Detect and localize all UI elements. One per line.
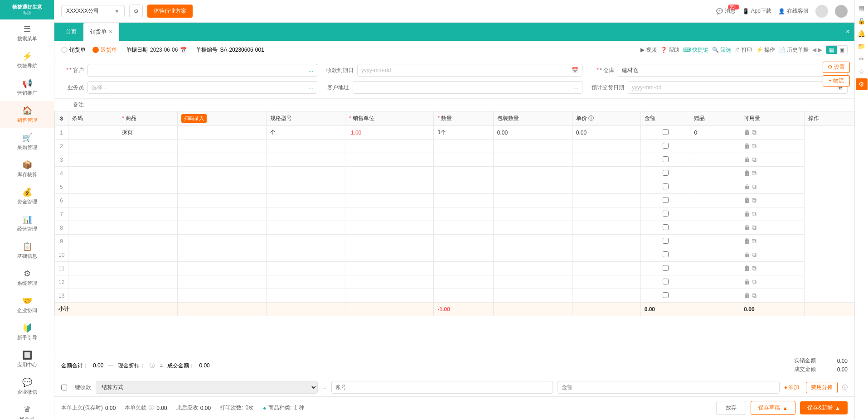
rs-btn-bell[interactable]: 🔔 — [856, 28, 868, 39]
copy-row-btn[interactable]: ⧉ — [752, 292, 756, 299]
copy-row-btn[interactable]: ⧉ — [752, 183, 756, 191]
nav-prev-icon[interactable]: ◀ — [812, 47, 816, 53]
sidebar-item-marketing[interactable]: 📢 营销推广 — [0, 74, 54, 101]
row-barcode[interactable] — [68, 167, 118, 180]
message-button[interactable]: 💬 消息 99+ — [716, 7, 736, 15]
row-price[interactable] — [493, 235, 572, 248]
video-btn[interactable]: ▶ 视频 — [640, 46, 657, 54]
gift-checkbox[interactable] — [663, 170, 669, 176]
tab-home[interactable]: 首页 — [59, 23, 83, 41]
sidebar-item-quicknav[interactable]: ⚡ 快捷导航 — [0, 47, 54, 74]
gift-checkbox[interactable] — [663, 211, 669, 217]
row-unit[interactable] — [266, 235, 345, 248]
row-product[interactable] — [118, 140, 178, 153]
row-qty[interactable] — [345, 153, 434, 167]
row-pkg[interactable] — [434, 221, 493, 235]
fee-split-button[interactable]: 费用分摊 — [806, 382, 838, 393]
doc-date-value[interactable]: 2023-06-06 — [150, 47, 178, 53]
row-qty[interactable] — [345, 180, 434, 194]
th-settings[interactable]: ⚙ — [55, 111, 68, 126]
row-pkg[interactable] — [434, 275, 493, 289]
row-price[interactable] — [493, 194, 572, 207]
copy-row-btn[interactable]: ⧉ — [752, 169, 756, 177]
sidebar-item-guide[interactable]: 🔰 新手引导 — [0, 318, 54, 346]
logistics-button[interactable]: + 物流 — [823, 75, 850, 87]
copy-row-btn[interactable]: ⧉ — [752, 156, 756, 164]
row-product[interactable] — [118, 180, 178, 194]
row-unit[interactable]: 个 — [266, 126, 345, 140]
gift-checkbox[interactable] — [663, 143, 669, 149]
row-price[interactable] — [493, 180, 572, 194]
delete-row-btn[interactable]: 🗑 — [744, 156, 750, 163]
rs-btn-lock[interactable]: 🔒 — [856, 15, 868, 27]
row-amount[interactable] — [572, 275, 640, 289]
trial-button[interactable]: 体验行业方案 — [147, 5, 193, 18]
row-qty[interactable]: -1.00 — [345, 126, 434, 140]
shortcut-btn[interactable]: ⌨ 快捷键 — [683, 46, 708, 54]
row-barcode[interactable] — [68, 207, 118, 221]
row-pkg[interactable] — [434, 248, 493, 262]
row-spec[interactable] — [178, 140, 266, 153]
user-avatar[interactable] — [815, 5, 828, 18]
row-price[interactable] — [493, 275, 572, 289]
row-pkg[interactable] — [434, 180, 493, 194]
row-product[interactable] — [118, 289, 178, 303]
return-type-radio[interactable]: 退货单 — [92, 46, 117, 54]
row-amount[interactable] — [572, 180, 640, 194]
row-unit[interactable] — [266, 275, 345, 289]
row-amount[interactable] — [572, 248, 640, 262]
settings-button[interactable]: ⚙ 设置 — [823, 62, 850, 73]
copy-row-btn[interactable]: ⧉ — [752, 210, 756, 218]
gift-checkbox[interactable] — [663, 197, 669, 203]
help-btn[interactable]: ❓ 帮助 — [660, 46, 679, 54]
row-amount[interactable] — [572, 140, 640, 153]
row-qty[interactable] — [345, 140, 434, 153]
row-pkg[interactable] — [434, 194, 493, 207]
sidebar-item-appstore[interactable]: 🔲 应用中心 — [0, 346, 54, 373]
row-price[interactable]: 0.00 — [493, 126, 572, 140]
gift-checkbox[interactable] — [663, 129, 669, 135]
row-pkg[interactable] — [434, 140, 493, 153]
operation-btn[interactable]: ⚡ 操作 — [756, 46, 775, 54]
row-product[interactable]: 拆页 — [118, 126, 178, 140]
row-unit[interactable] — [266, 140, 345, 153]
row-qty[interactable] — [345, 235, 434, 248]
gift-checkbox[interactable] — [663, 224, 669, 230]
abandon-button[interactable]: 放弃 — [716, 401, 746, 415]
row-spec[interactable] — [178, 289, 266, 303]
row-pkg[interactable] — [434, 235, 493, 248]
delete-row-btn[interactable]: 🗑 — [744, 265, 750, 272]
sidebar-item-enterprise[interactable]: 🤝 企业协同 — [0, 291, 54, 318]
one-click-checkbox[interactable] — [61, 385, 67, 390]
row-unit[interactable] — [266, 221, 345, 235]
row-qty[interactable] — [345, 167, 434, 180]
row-pkg[interactable] — [434, 207, 493, 221]
row-spec[interactable] — [178, 126, 266, 140]
copy-row-btn[interactable]: ⧉ — [752, 197, 756, 204]
row-qty[interactable] — [345, 207, 434, 221]
row-pkg[interactable] — [434, 262, 493, 275]
row-barcode[interactable] — [68, 275, 118, 289]
row-qty[interactable] — [345, 194, 434, 207]
row-product[interactable] — [118, 153, 178, 167]
sidebar-item-wechat[interactable]: 💬 企业微信 — [0, 373, 54, 400]
save-draft-button[interactable]: 保存草稿 ▲ — [751, 401, 795, 415]
sidebar-item-basics[interactable]: 📋 基础信息 — [0, 237, 54, 264]
row-barcode[interactable] — [68, 235, 118, 248]
amount-input[interactable] — [558, 381, 780, 394]
delete-row-btn[interactable]: 🗑 — [744, 278, 750, 285]
delete-row-btn[interactable]: 🗑 — [744, 237, 750, 245]
row-spec[interactable] — [178, 275, 266, 289]
row-qty[interactable] — [345, 275, 434, 289]
row-price[interactable] — [493, 289, 572, 303]
row-price[interactable] — [493, 262, 572, 275]
delete-row-btn[interactable]: 🗑 — [744, 183, 750, 190]
copy-row-btn[interactable]: ⧉ — [752, 237, 756, 245]
row-spec[interactable] — [178, 262, 266, 275]
sidebar-item-sales[interactable]: 🏠 销售管理 — [0, 101, 54, 128]
app-download-button[interactable]: 📱 App下载 — [742, 7, 771, 15]
rs-btn-edit[interactable]: ✏ — [856, 53, 868, 65]
delete-row-btn[interactable]: 🗑 — [744, 292, 750, 299]
gift-checkbox[interactable] — [663, 292, 669, 298]
row-amount[interactable] — [572, 262, 640, 275]
